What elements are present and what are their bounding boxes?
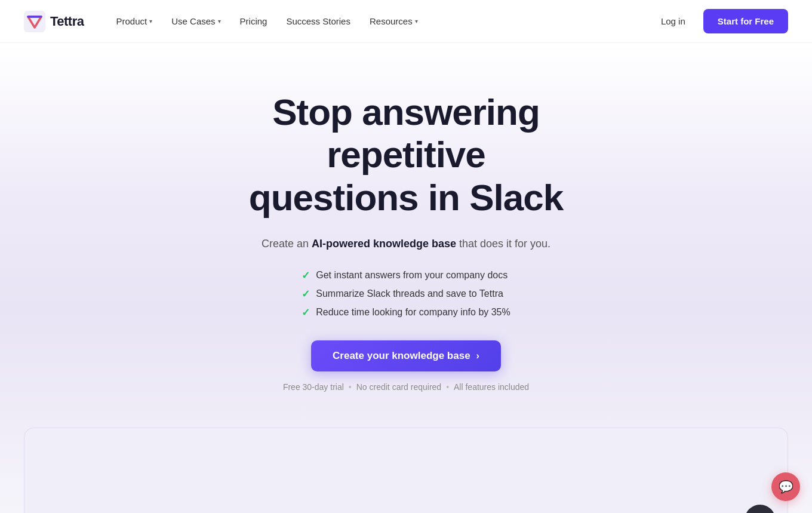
nav-use-cases[interactable]: Use Cases ▾ xyxy=(163,11,229,31)
hero-disclaimer: Free 30-day trial • No credit card requi… xyxy=(283,382,529,392)
chat-icon: 💬 xyxy=(779,480,793,494)
demo-card: 🔊 xyxy=(24,428,788,513)
navbar-right: Log in Start for Free xyxy=(653,9,788,33)
chat-widget-button[interactable]: 💬 xyxy=(771,472,800,501)
start-for-free-button[interactable]: Start for Free xyxy=(703,9,788,33)
check-icon-1: ✓ xyxy=(302,269,310,282)
hero-subtitle: Create an AI-powered knowledge base that… xyxy=(262,235,550,253)
navbar-left: Tettra Product ▾ Use Cases ▾ Pricing Suc… xyxy=(24,11,426,32)
nav-pricing[interactable]: Pricing xyxy=(232,11,276,31)
nav-success-stories[interactable]: Success Stories xyxy=(278,11,359,31)
check-icon-3: ✓ xyxy=(302,306,310,319)
checklist-item: ✓ Summarize Slack threads and save to Te… xyxy=(302,288,503,300)
demo-card-inner xyxy=(24,428,788,513)
nav-links: Product ▾ Use Cases ▾ Pricing Success St… xyxy=(108,11,426,31)
navbar: Tettra Product ▾ Use Cases ▾ Pricing Suc… xyxy=(0,0,812,43)
checklist-item: ✓ Get instant answers from your company … xyxy=(302,269,508,282)
hero-title: Stop answering repetitive questions in S… xyxy=(191,91,621,219)
checklist-item: ✓ Reduce time looking for company info b… xyxy=(302,306,510,319)
tettra-logo-icon xyxy=(24,11,45,32)
dot-separator-2: • xyxy=(446,382,449,392)
brand-name: Tettra xyxy=(50,14,84,29)
demo-section: 🔊 xyxy=(0,428,812,513)
arrow-right-icon: › xyxy=(476,351,479,361)
logo[interactable]: Tettra xyxy=(24,11,84,32)
create-knowledge-base-button[interactable]: Create your knowledge base › xyxy=(311,340,501,371)
login-link[interactable]: Log in xyxy=(653,11,694,31)
dot-separator-1: • xyxy=(349,382,352,392)
check-icon-2: ✓ xyxy=(302,288,310,300)
resources-chevron-icon: ▾ xyxy=(415,18,418,24)
svg-rect-0 xyxy=(24,11,45,32)
checklist: ✓ Get instant answers from your company … xyxy=(302,269,510,319)
nav-resources[interactable]: Resources ▾ xyxy=(361,11,426,31)
nav-product[interactable]: Product ▾ xyxy=(108,11,161,31)
hero-section: Stop answering repetitive questions in S… xyxy=(0,43,812,428)
use-cases-chevron-icon: ▾ xyxy=(218,18,221,24)
product-chevron-icon: ▾ xyxy=(149,18,152,24)
